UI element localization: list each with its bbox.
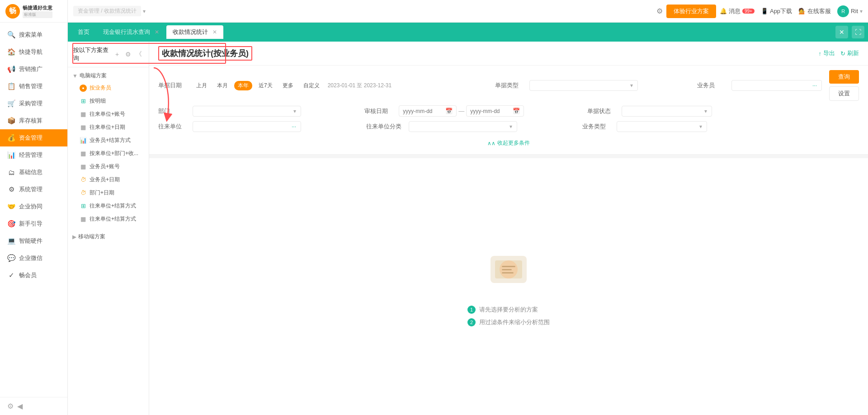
- scheme-item-salesperson-account[interactable]: ▦ 业务员+账号: [68, 160, 149, 173]
- messages-btn[interactable]: 🔔 消息 99+: [720, 7, 755, 15]
- sidebar-settings-icon[interactable]: ⚙: [7, 402, 14, 410]
- online-service-btn[interactable]: 💁 在线客服: [798, 7, 831, 15]
- export-icon: ↑: [819, 50, 822, 57]
- tab-bank-flow-close[interactable]: ✕: [155, 29, 159, 35]
- date-tab-last-7[interactable]: 近7天: [255, 81, 276, 90]
- scheme-item-counterpart-settle1[interactable]: ⊞ 往来单位+结算方式: [68, 199, 149, 212]
- user-dropdown-arrow[interactable]: ▾: [860, 8, 863, 14]
- settings-button[interactable]: 设置: [829, 86, 859, 101]
- date-tab-custom[interactable]: 自定义: [300, 81, 323, 90]
- salesperson-settle-label: 业务员+结算方式: [90, 137, 131, 144]
- review-date-to-field[interactable]: [470, 108, 511, 114]
- tab-collection-close[interactable]: ✕: [212, 29, 217, 35]
- content-area: 按以下方案查询 + ⚙ 《 ▼ 电脑端方案 ● 按业务员 ⊞ 按明: [68, 42, 868, 415]
- counterpart-settle2-label: 往来单位+结算方式: [90, 215, 136, 223]
- sidebar-item-quick-nav[interactable]: 🏠 快捷导航: [0, 43, 67, 61]
- sidebar-label-hardware: 智能硬件: [19, 237, 42, 245]
- sidebar-item-search[interactable]: 🔍 搜索菜单: [0, 26, 67, 43]
- dept-select[interactable]: ▾: [193, 106, 301, 117]
- tab-bank-flow[interactable]: 现金银行流水查询 ✕: [97, 25, 165, 39]
- sidebar-item-finance[interactable]: 💰 资金管理: [0, 129, 67, 146]
- app-download-btn[interactable]: 📱 App下载: [761, 7, 792, 15]
- inventory-icon: 📦: [7, 117, 15, 125]
- add-scheme-icon[interactable]: +: [113, 50, 122, 59]
- sidebar-item-basic[interactable]: 🗂 基础信息: [0, 164, 67, 181]
- sidebar-item-guide[interactable]: 🎯 新手引导: [0, 215, 67, 232]
- salesperson-scheme-label: 按业务员: [90, 84, 111, 92]
- topbar: 资金管理 / 收款情况统计 ▾ ⚙ 体验行业方案 🔔 消息 99+ 📱 App下…: [68, 0, 868, 23]
- scheme-settings-icon[interactable]: ⚙: [123, 50, 132, 59]
- expand-icon: ⛶: [855, 28, 861, 36]
- counterpart-more-btn[interactable]: ···: [292, 123, 296, 130]
- topbar-gear-icon[interactable]: ⚙: [656, 7, 663, 15]
- counterpart-dept-label: 按来单位+部门+收...: [90, 150, 138, 157]
- tabbar-expand-btn[interactable]: ⛶: [852, 26, 864, 38]
- sidebar-item-inventory[interactable]: 📦 库存核算: [0, 112, 67, 129]
- user-avatar[interactable]: R Rit ▾: [837, 5, 863, 17]
- sidebar-label-vip: 畅会员: [19, 271, 37, 279]
- dept-date-label: 部门+日期: [90, 189, 114, 197]
- scheme-item-counterpart-date[interactable]: ▦ 往来单位+日期: [68, 121, 149, 134]
- scheme-collapse-icon[interactable]: 《: [134, 50, 143, 59]
- collapse-bar[interactable]: ∧∧ 收起更多条件: [158, 137, 859, 150]
- scheme-item-counterpart-dept[interactable]: ▦ 按来单位+部门+收...: [68, 147, 149, 160]
- mobile-section-arrow: ▶: [72, 234, 76, 240]
- logo-name: 畅捷通好生意: [23, 5, 52, 11]
- review-date-from-field[interactable]: [403, 108, 443, 114]
- business-type-select[interactable]: ▾: [617, 121, 707, 132]
- doc-status-select[interactable]: ▾: [622, 106, 712, 117]
- messages-badge: 99+: [742, 9, 755, 14]
- sidebar-item-purchase[interactable]: 🛒 采购管理: [0, 95, 67, 112]
- counterpart-select[interactable]: ···: [193, 121, 301, 132]
- counterpart-category-select[interactable]: ▾: [409, 121, 517, 132]
- scheme-item-dept-date[interactable]: ⏱ 部门+日期: [68, 186, 149, 199]
- sidebar-item-system[interactable]: ⚙ 系统管理: [0, 181, 67, 198]
- counterpart-dept-icon: ▦: [80, 150, 87, 157]
- trial-button[interactable]: 体验行业方案: [666, 5, 716, 18]
- export-label: 导出: [823, 49, 835, 57]
- sidebar-item-operations[interactable]: 📊 经营管理: [0, 146, 67, 164]
- date-tab-last-month[interactable]: 上月: [193, 81, 211, 90]
- scheme-desktop-header[interactable]: ▼ 电脑端方案: [68, 70, 149, 81]
- sidebar-item-hardware[interactable]: 💻 智能硬件: [0, 232, 67, 250]
- review-date-from-input[interactable]: 📅: [399, 105, 457, 117]
- scheme-item-salesperson[interactable]: ● 按业务员: [68, 81, 149, 94]
- sidebar-item-enterprise[interactable]: 🤝 企业协同: [0, 198, 67, 215]
- date-tab-more[interactable]: 更多: [279, 81, 297, 90]
- scheme-item-detail[interactable]: ⊞ 按明细: [68, 94, 149, 108]
- sidebar-item-wechat[interactable]: 💬 企业微信: [0, 250, 67, 267]
- counterpart-settle1-label: 往来单位+结算方式: [90, 202, 136, 210]
- doc-type-arrow: ▾: [630, 82, 633, 89]
- tab-collection-stats[interactable]: 收款情况统计 ✕: [166, 25, 223, 39]
- date-tab-this-month[interactable]: 本月: [213, 81, 231, 90]
- refresh-button[interactable]: ↻ 刷新: [840, 49, 859, 57]
- review-date-to-input[interactable]: 📅: [466, 105, 524, 117]
- tab-home[interactable]: 首页: [71, 25, 96, 39]
- collapse-label: 收起更多条件: [497, 139, 530, 147]
- scheme-item-salesperson-date[interactable]: ⏱ 业务员+日期: [68, 173, 149, 186]
- sidebar-label-marketing: 营销推广: [19, 65, 42, 73]
- tabbar-close-btn[interactable]: ✕: [835, 26, 848, 38]
- finance-icon: 💰: [7, 134, 15, 142]
- scheme-mobile-header[interactable]: ▶ 移动端方案: [68, 231, 149, 242]
- query-button[interactable]: 查询: [829, 70, 859, 84]
- export-button[interactable]: ↑ 导出: [819, 49, 835, 57]
- sidebar-collapse-icon[interactable]: ◀: [17, 402, 23, 410]
- sidebar-label-enterprise: 企业协同: [19, 203, 42, 211]
- scheme-item-salesperson-settle[interactable]: 📊 业务员+结算方式: [68, 134, 149, 147]
- salesperson-more-btn[interactable]: ···: [812, 82, 817, 89]
- salesperson-select[interactable]: ···: [731, 80, 822, 91]
- empty-illustration: [481, 242, 536, 297]
- doc-type-select[interactable]: ▾: [529, 80, 638, 91]
- breadcrumb-dropdown[interactable]: ▾: [143, 8, 146, 14]
- review-date-label: 审核日期: [364, 107, 392, 115]
- scheme-item-counterpart-account[interactable]: ▦ 往来单位+账号: [68, 108, 149, 121]
- left-panel-actions: + ⚙ 《: [113, 50, 143, 59]
- date-tab-this-year[interactable]: 本年: [234, 81, 252, 90]
- sidebar-label-purchase: 采购管理: [19, 99, 42, 108]
- scheme-item-counterpart-settle2[interactable]: ▦ 往来单位+结算方式: [68, 212, 149, 226]
- sidebar-item-marketing[interactable]: 📢 营销推广: [0, 61, 67, 78]
- sidebar-label-wechat: 企业微信: [19, 254, 42, 262]
- sidebar-item-vip[interactable]: ✓ 畅会员: [0, 267, 67, 284]
- sidebar-item-sales[interactable]: 📋 销售管理: [0, 78, 67, 95]
